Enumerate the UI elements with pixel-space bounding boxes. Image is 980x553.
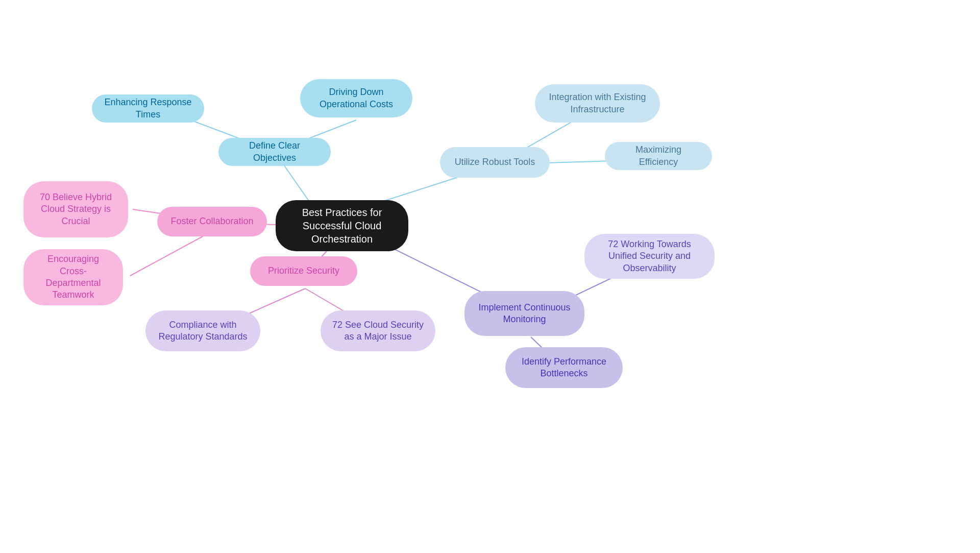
driving-down-costs-node: Driving Down Operational Costs	[300, 79, 412, 117]
encouraging-teamwork-node: Encouraging Cross-Departmental Teamwork	[23, 249, 123, 305]
utilize-robust-tools-node: Utilize Robust Tools	[440, 147, 550, 178]
define-clear-objectives-node: Define Clear Objectives	[218, 138, 331, 166]
believe-hybrid-cloud-node: 70 Believe Hybrid Cloud Strategy is Cruc…	[23, 181, 128, 237]
enhancing-response-times-node: Enhancing Response Times	[92, 94, 204, 123]
foster-collaboration-node: Foster Collaboration	[157, 207, 267, 236]
compliance-node: Compliance with Regulatory Standards	[145, 310, 260, 351]
see-cloud-security-node: 72 See Cloud Security as a Major Issue	[321, 310, 435, 351]
identify-performance-node: Identify Performance Bottlenecks	[505, 347, 623, 388]
maximizing-efficiency-node: Maximizing Efficiency	[605, 142, 712, 170]
working-unified-node: 72 Working Towards Unified Security and …	[584, 234, 715, 279]
center-node: Best Practices for Successful Cloud Orch…	[276, 200, 408, 251]
prioritize-security-node: Prioritize Security	[250, 256, 357, 286]
implement-monitoring-node: Implement Continuous Monitoring	[464, 291, 584, 336]
integration-node: Integration with Existing Infrastructure	[535, 84, 660, 123]
